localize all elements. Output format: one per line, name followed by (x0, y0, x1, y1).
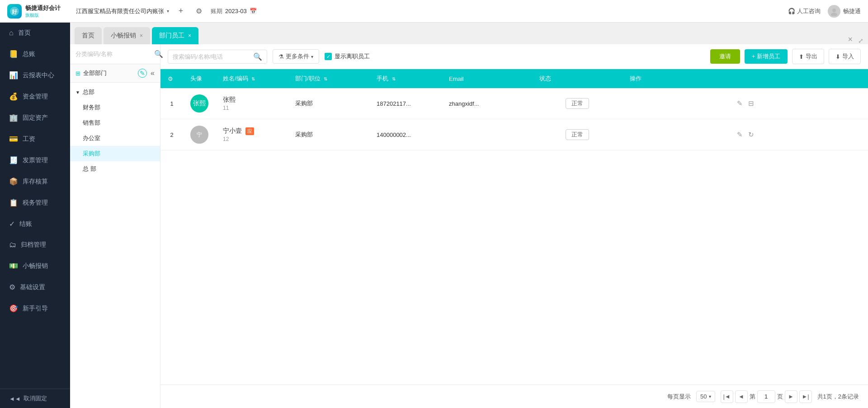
dept-item-purchase[interactable]: 采购部 (70, 146, 160, 161)
dept-item-general[interactable]: 总 部 (70, 161, 160, 177)
sidebar-item-home[interactable]: ⌂ 首页 (0, 23, 70, 43)
prev-page-button[interactable]: ◄ (735, 390, 748, 403)
tax-icon: 📋 (9, 198, 18, 207)
row-2-dept: 采购部 (288, 119, 369, 150)
settings-icon[interactable]: ⚙ (193, 5, 205, 18)
per-page-label: 每页显示 (667, 393, 691, 401)
col-dept-header[interactable]: 部门/职位 ⇅ (288, 69, 369, 88)
dept-search-input[interactable] (75, 51, 151, 57)
import-icon: ⬇ (835, 53, 840, 60)
filter-label: 更多条件 (286, 52, 309, 61)
col-status-header: 状态 (532, 69, 623, 88)
sidebar-item-inventory[interactable]: 📦 库存核算 (0, 171, 70, 192)
row-1-edit-icon[interactable]: ✎ (737, 99, 743, 108)
tab-home[interactable]: 首页 (75, 27, 102, 44)
app-sub: 旗舰版 (25, 12, 61, 19)
expand-panel-icon[interactable]: ⤢ (858, 37, 863, 44)
col-phone-header[interactable]: 手机 ⇅ (369, 69, 442, 88)
tab-expense-close[interactable]: × (140, 33, 143, 39)
show-resigned-checkbox: ✓ (325, 53, 332, 60)
last-page-button[interactable]: ►| (799, 390, 812, 403)
add-button[interactable]: + (175, 5, 187, 18)
row-2-tag: 应 (245, 127, 254, 135)
filter-arrow: ▾ (311, 54, 313, 59)
sidebar-label-inventory: 库存核算 (23, 178, 48, 186)
sidebar-item-assets[interactable]: 🏢 固定资产 (0, 107, 70, 128)
dept-label-purchase: 采购部 (83, 150, 100, 158)
svg-point-2 (832, 9, 836, 12)
row-2-edit-icon[interactable]: ✎ (737, 131, 743, 139)
table-row: 1 张熙 张熙 11 (160, 88, 868, 119)
calendar-icon[interactable]: 📅 (250, 8, 257, 14)
first-page-button[interactable]: |◄ (721, 390, 733, 403)
headset-icon: 🎧 (788, 8, 795, 14)
sidebar-label-invoice: 发票管理 (23, 156, 48, 164)
per-page-arrow: ▾ (709, 394, 711, 399)
svg-point-3 (831, 13, 837, 16)
sidebar-label-assets: 固定资产 (23, 114, 48, 122)
sidebar-item-ledger[interactable]: 📒 总账 (0, 43, 70, 65)
sidebar-label-checkout: 结账 (19, 220, 32, 228)
dept-label-office: 办公室 (83, 134, 100, 142)
tab-employee-close[interactable]: × (188, 33, 191, 39)
page-number-input[interactable] (757, 390, 775, 403)
dept-item-sales[interactable]: 销售部 (70, 115, 160, 131)
assets-icon: 🏢 (9, 113, 18, 122)
sidebar-item-tax[interactable]: 📋 税务管理 (0, 192, 70, 213)
guide-icon: 🎯 (9, 304, 18, 313)
close-panel-button[interactable]: × (848, 35, 853, 44)
emp-search-input[interactable] (173, 53, 250, 60)
cancel-pin-button[interactable]: ◄◄ 取消固定 (0, 389, 70, 408)
support-button[interactable]: 🎧 人工咨询 (788, 7, 821, 15)
emp-search-box: 🔍 (168, 50, 267, 64)
export-button[interactable]: ⬆ 导出 (792, 49, 824, 64)
row-2-status-cell: 正常 (532, 119, 623, 150)
row-1-status: 正常 (566, 98, 589, 109)
home-icon: ⌂ (9, 29, 14, 37)
sidebar-item-salary[interactable]: 💳 工资 (0, 128, 70, 150)
sidebar-item-settings[interactable]: ⚙ 基础设置 (0, 277, 70, 298)
row-1-avatar-cell: 张熙 (183, 88, 216, 119)
dept-sidebar: 🔍 ⊞ 全部部门 ✎ « ▼ (70, 44, 160, 408)
dept-item-finance[interactable]: 财务部 (70, 100, 160, 115)
sidebar-item-finance[interactable]: 💰 资金管理 (0, 86, 70, 107)
sidebar-item-invoice[interactable]: 🧾 发票管理 (0, 150, 70, 171)
company-dropdown-icon: ▾ (167, 9, 169, 14)
per-page-select[interactable]: 50 ▾ (696, 391, 715, 402)
tab-expense[interactable]: 小畅报销 × (104, 27, 150, 44)
filter-button[interactable]: ⚗ 更多条件 ▾ (273, 49, 319, 64)
sidebar-item-checkout[interactable]: ✓ 结账 (0, 213, 70, 234)
row-2-avatar: 宁 (190, 126, 208, 144)
tab-employee[interactable]: 部门员工 × (152, 27, 198, 44)
export-label: 导出 (806, 52, 817, 61)
dept-collapse-icon[interactable]: « (151, 69, 155, 77)
sidebar-label-settings: 基础设置 (20, 283, 45, 291)
add-employee-button[interactable]: + 新增员工 (745, 49, 788, 64)
user-avatar (828, 5, 840, 18)
tab-home-label: 首页 (82, 32, 94, 40)
show-resigned-toggle[interactable]: ✓ 显示离职员工 (325, 52, 370, 61)
import-button[interactable]: ⬇ 导入 (829, 49, 861, 64)
period-label: 账期 (211, 7, 222, 15)
sidebar-item-report[interactable]: 📊 云报表中心 (0, 65, 70, 86)
user-area[interactable]: 畅捷通 (828, 5, 861, 18)
dept-header: ⊞ 全部部门 ✎ « (70, 64, 160, 83)
company-selector[interactable]: 江西服宝精品有限责任公司内账张 ▾ (76, 7, 169, 15)
row-1-logout-icon[interactable]: ⊟ (748, 99, 754, 108)
dept-item-root[interactable]: ▼ 总部 (70, 84, 160, 100)
column-settings-icon[interactable]: ⚙ (168, 75, 173, 82)
sidebar-item-xiaochange[interactable]: 💵 小畅报销 (0, 255, 70, 277)
row-2-avatar-cell: 宁 (183, 119, 216, 150)
emp-search-icon[interactable]: 🔍 (253, 52, 262, 61)
row-2-name: 宁小壹 应 (223, 127, 281, 135)
row-2-refresh-icon[interactable]: ↻ (748, 131, 754, 139)
row-1-phone: 187202117... (369, 88, 442, 119)
sidebar-item-archive[interactable]: 🗂 归档管理 (0, 234, 70, 255)
col-name-header[interactable]: 姓名/编码 ⇅ (216, 69, 288, 88)
invite-button[interactable]: 邀请 (710, 49, 740, 64)
dept-item-office[interactable]: 办公室 (70, 131, 160, 146)
sidebar-item-guide[interactable]: 🎯 新手引导 (0, 298, 70, 319)
top-bar-actions: 🎧 人工咨询 畅捷通 (788, 5, 861, 18)
next-page-button[interactable]: ► (785, 390, 797, 403)
dept-edit-icon[interactable]: ✎ (138, 69, 147, 78)
